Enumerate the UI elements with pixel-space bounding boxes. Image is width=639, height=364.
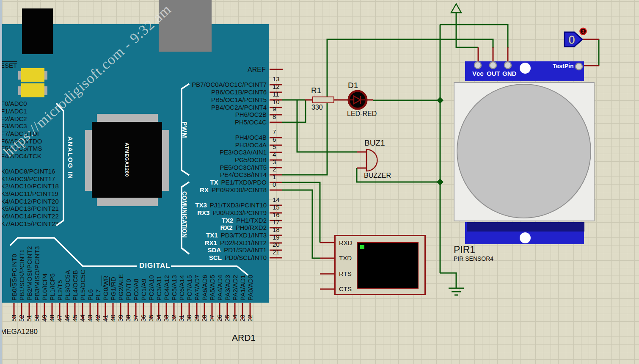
- overline-part: SS: [11, 278, 18, 287]
- wire-power-to-vcc[interactable]: [456, 13, 478, 47]
- right-pin-row: PB5/OC1A/PCINT5: [76, 96, 267, 104]
- led-body[interactable]: [349, 91, 366, 109]
- pin-number: 19: [273, 234, 286, 241]
- bottom-pin-label: PA4/AD4: [216, 212, 223, 301]
- power-symbol[interactable]: [451, 4, 461, 13]
- bottom-pin-label: PG2/ALE: [117, 212, 124, 301]
- pin-number: 5: [273, 143, 286, 150]
- logic-state-body[interactable]: [565, 32, 582, 47]
- left-pin-label: K0/ADC8/PCINT16: [1, 168, 55, 175]
- bottom-pin-number: 25: [224, 309, 231, 322]
- resistor-body[interactable]: [312, 97, 334, 103]
- reset-label: ESET: [0, 62, 17, 69]
- bottom-pin-number: 43: [87, 309, 94, 322]
- terminal-pin-cts: CTS: [339, 285, 352, 292]
- bottom-pin-number: 48: [49, 309, 55, 322]
- bottom-pin-label: PD7/T0: [125, 212, 132, 301]
- bottom-pin-number: 23: [239, 309, 246, 322]
- pin-number: 8: [273, 113, 286, 120]
- pin-label: PB7/OC0A/OC1C/PCINT7: [192, 81, 267, 88]
- pin-prefix: RX: [200, 186, 209, 193]
- bottom-pin-number: 44: [79, 309, 86, 322]
- pin-label: PG5/OC0B: [235, 156, 267, 163]
- pin-prefix: TX: [210, 179, 218, 186]
- bottom-pin-number: 53: [11, 309, 17, 322]
- wire-gnd-to-pir[interactable]: [440, 25, 508, 48]
- bottom-pin-label: PB0/SS/PCINT0: [11, 212, 18, 301]
- left-pin-label: K4/ADC12/PCINT20: [1, 198, 59, 205]
- pir-lens: [457, 84, 591, 218]
- pin-number: 10: [273, 99, 286, 105]
- pin-number: 20: [273, 241, 286, 248]
- bottom-pin-number: 37: [132, 309, 139, 322]
- bottom-pin-number: 30: [186, 309, 193, 322]
- right-pin-row: PE3/OC3A/AIN1: [76, 149, 267, 156]
- pin-number: 18: [273, 226, 286, 233]
- bottom-pin-number: 50: [33, 309, 40, 322]
- bottom-pin-label: PL1/ICP5: [49, 212, 56, 301]
- bottom-pin-number: 40: [110, 309, 116, 322]
- pin-number: 11: [273, 91, 286, 98]
- bottom-pin-label: PA0/AD0: [247, 212, 254, 301]
- bottom-pin-label: PA3/AD3: [224, 212, 231, 301]
- logic-toggle-icon[interactable]: [580, 28, 587, 35]
- bottom-pin-number: 46: [64, 309, 71, 322]
- left-pin-label: F0/ADC0: [1, 100, 27, 108]
- overline-part: RD: [110, 277, 117, 286]
- pin-number: 0: [273, 181, 286, 188]
- bottom-pin-label: PB1/SCK/PCINT1: [18, 212, 25, 301]
- pin-number: 16: [273, 212, 286, 218]
- bottom-pin-label: PC3/A11: [155, 212, 163, 301]
- right-pin-row: PB7/OC0A/OC1C/PCINT7: [76, 81, 267, 88]
- junction-dot-led: [437, 97, 443, 104]
- left-pin-label: F1/ADC1: [1, 108, 27, 115]
- pir-gnd-label: GND: [502, 70, 516, 77]
- led-symbol[interactable]: [349, 91, 366, 109]
- wire-tx-to-rxd[interactable]: [282, 182, 320, 243]
- bottom-pin-number: 32: [171, 309, 177, 322]
- bottom-pin-label: PL2/T5: [56, 212, 63, 301]
- pir-ref: PIR1: [454, 244, 475, 256]
- bottom-pin-label: PC4/A12: [163, 212, 170, 301]
- bottom-pin-number: 42: [94, 309, 101, 322]
- wire-pin11-to-buzzer[interactable]: [297, 100, 357, 152]
- schematic-canvas[interactable]: ATMEGA1280 ESET ANALOG IN PWM COMUNICATI…: [0, 0, 639, 364]
- pir-vcc-label: Vcc: [472, 70, 484, 77]
- pin-number: 1: [273, 174, 286, 180]
- pin-number: 13: [273, 76, 286, 83]
- bottom-pin-number: 28: [201, 309, 208, 322]
- right-pin-row: PH4/OC4B: [76, 134, 267, 141]
- bottom-pin-label: PL4/OC5B: [72, 212, 79, 301]
- wire-rx-to-txd[interactable]: [282, 190, 320, 258]
- wire-to-ground-symbol[interactable]: [440, 273, 456, 288]
- bottom-pin-label: PL7: [94, 212, 102, 301]
- pin-label: PH3/OC4A: [235, 141, 267, 149]
- right-pin-row: RXPE0/RXD0/PCINT8: [76, 186, 267, 194]
- terminal-screen: [357, 242, 419, 289]
- bottom-pin-number: 34: [155, 309, 162, 322]
- pin-label: PH4/OC4B: [235, 134, 267, 141]
- bottom-pin-number: 39: [117, 309, 124, 322]
- bottom-pin-number: 22: [247, 309, 253, 322]
- right-pin-row: PH3/OC4A: [76, 141, 267, 149]
- right-pin-row: TXPE1/TXD0/PDO: [76, 179, 267, 186]
- pin-number: 21: [273, 249, 286, 256]
- right-pin-row: TX3PJ1/TXD3/PCINT10: [76, 201, 267, 209]
- bottom-pin-number: 31: [178, 309, 185, 322]
- pin-number: 4: [273, 151, 286, 158]
- bottom-pin-number: 45: [72, 309, 78, 322]
- logic-state[interactable]: 0 ↕: [565, 28, 587, 47]
- bottom-pin-label: PA5/AD5: [209, 212, 216, 301]
- bottom-pin-label: PL3/OC5A: [64, 212, 71, 301]
- bottom-pin-label: PB2/MOSI/PCINT2: [26, 212, 33, 301]
- terminal-pin-txd: TXD: [339, 254, 352, 262]
- bottom-pin-label: PL0/ICP4: [41, 212, 48, 301]
- bottom-pin-number: 33: [163, 309, 170, 322]
- bottom-pin-label: PG1/RD: [110, 212, 117, 301]
- ground-symbol[interactable]: [449, 288, 464, 295]
- junction-dot-buzzer: [437, 179, 443, 185]
- resistor-value: 330: [311, 104, 323, 111]
- buzzer-body[interactable]: [366, 149, 377, 171]
- pir-bottom-board-shadow: [467, 222, 584, 232]
- bottom-pin-number: 52: [18, 309, 25, 322]
